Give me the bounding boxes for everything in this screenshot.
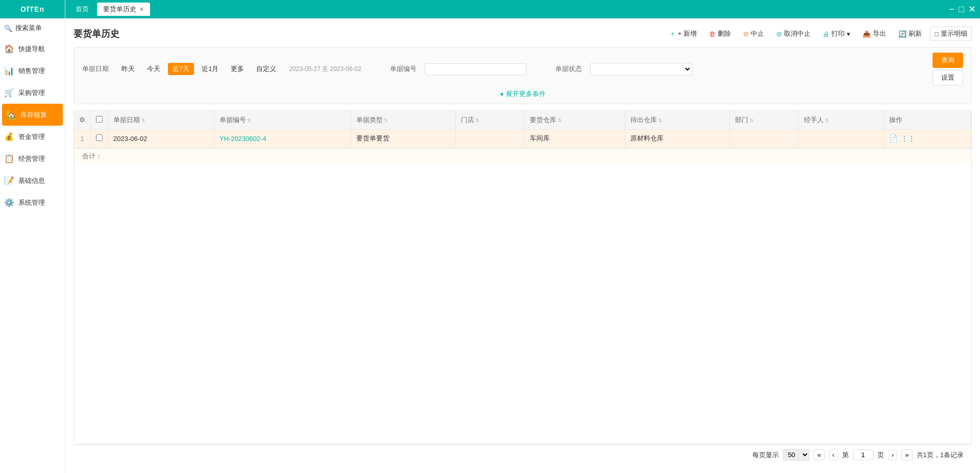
action-buttons: 查询 设置 — [933, 53, 963, 85]
table-container: ⚙ 单据日期⇅ 单据编号⇅ 单据类型⇅ — [74, 110, 972, 444]
row-handler — [799, 129, 884, 148]
sidebar-item-sales-label: 销售管理 — [18, 66, 45, 76]
table-header-row: ⚙ 单据日期⇅ 单据编号⇅ 单据类型⇅ — [74, 111, 971, 129]
sidebar-item-purchase[interactable]: 🛒 采购管理 — [0, 82, 65, 104]
prev-page-btn[interactable]: ‹ — [829, 450, 838, 460]
page-input[interactable] — [853, 450, 873, 460]
delete-button[interactable]: 🗑 删除 — [705, 27, 735, 40]
data-table: ⚙ 单据日期⇅ 单据编号⇅ 单据类型⇅ — [74, 111, 971, 148]
filter-row-1: 单据日期 昨天 今天 近7天 近1月 更多 自定义 2023-05-27 至 2… — [82, 53, 963, 85]
sidebar-item-sales[interactable]: 📊 销售管理 — [0, 60, 65, 82]
window-minimize-icon[interactable]: − — [949, 4, 955, 15]
col-settings: ⚙ — [74, 111, 91, 129]
next-page-btn[interactable]: › — [888, 450, 897, 460]
sidebar-item-finance-label: 资金管理 — [18, 132, 45, 141]
search-icon: 🔍 — [4, 25, 12, 32]
print-icon: 🖨 — [823, 30, 829, 38]
tab-requisition-history[interactable]: 要货单历史 ✕ — [97, 3, 150, 16]
window-restore-icon[interactable]: □ — [959, 4, 964, 15]
date-range-text: 2023-05-27 至 2023-06-02 — [289, 65, 361, 73]
delete-label: 删除 — [718, 29, 731, 38]
print-dropdown-icon: ▾ — [847, 30, 850, 38]
row-edit-icon[interactable]: 📄 — [889, 134, 898, 143]
tab-home[interactable]: 首页 — [69, 3, 95, 16]
expand-more-label: 展开更多条件 — [506, 89, 546, 99]
print-button[interactable]: 🖨 打印 ▾ — [819, 27, 854, 40]
page-title: 要货单历史 — [74, 28, 119, 40]
display-detail-button[interactable]: □ 显示明细 — [930, 27, 972, 41]
table-body: 1 2023-06-02 YH-20230602-4 要货单要货 车间库 原材料… — [74, 129, 971, 148]
total-info: 共1页，1条记录 — [917, 451, 964, 460]
sidebar-item-basic-info[interactable]: 📝 基础信息 — [0, 170, 65, 192]
delete-icon: 🗑 — [709, 30, 716, 38]
sidebar-item-inventory-label: 库存核算 — [20, 110, 47, 120]
row-actions: 📄 ⋮⋮ — [884, 129, 971, 148]
row-more-icon[interactable]: ⋮⋮ — [901, 134, 915, 143]
doc-number-link[interactable]: YH-20230602-4 — [219, 135, 266, 143]
sidebar-search[interactable]: 🔍 搜索菜单 — [0, 18, 65, 38]
window-close-icon[interactable]: ✕ — [968, 4, 976, 15]
status-label: 单据状态 — [555, 64, 582, 74]
settings-icon[interactable]: ⚙ — [79, 116, 85, 124]
sidebar-item-quick-nav[interactable]: 🏠 快捷导航 — [0, 38, 65, 60]
first-page-btn[interactable]: « — [814, 450, 824, 460]
expand-more-btn[interactable]: ▾ 展开更多条件 — [82, 89, 963, 99]
cancel-stop-label: 取消中止 — [784, 29, 811, 38]
table-row: 1 2023-06-02 YH-20230602-4 要货单要货 车间库 原材料… — [74, 129, 971, 148]
stop-icon: ⊘ — [743, 30, 749, 38]
sidebar-item-operations[interactable]: 📋 经营管理 — [0, 148, 65, 170]
new-label: + 新增 — [678, 29, 697, 38]
stop-button[interactable]: ⊘ 中止 — [739, 27, 768, 40]
sidebar: OfTEn 🔍 搜索菜单 🏠 快捷导航 📊 销售管理 🛒 采购管理 🏡 库存核算… — [0, 0, 65, 473]
date-btn-custom[interactable]: 自定义 — [252, 63, 281, 75]
date-btn-more[interactable]: 更多 — [226, 63, 249, 75]
content-area: 要货单历史 ＋ + 新增 🗑 删除 ⊘ 中止 ⊘ 取消中止 — [65, 18, 980, 473]
select-all-checkbox[interactable] — [96, 116, 103, 123]
sidebar-item-inventory[interactable]: 🏡 库存核算 — [2, 104, 63, 126]
refresh-button[interactable]: 🔄 刷新 — [894, 27, 926, 40]
tab-requisition-history-label: 要货单历史 — [103, 5, 136, 14]
tab-close-icon[interactable]: ✕ — [139, 6, 144, 13]
cancel-stop-icon: ⊘ — [776, 30, 782, 38]
checkbox-unchecked-icon: □ — [935, 30, 939, 38]
date-btn-yesterday[interactable]: 昨天 — [117, 63, 139, 75]
new-icon: ＋ — [669, 29, 676, 38]
chevron-down-icon: ▾ — [500, 90, 504, 98]
inventory-icon: 🏡 — [6, 110, 16, 120]
sales-icon: 📊 — [4, 66, 14, 76]
page-label: 第 — [842, 451, 849, 460]
date-btn-last7days[interactable]: 近7天 — [168, 63, 194, 75]
per-page-select[interactable]: 50 10 20 100 — [783, 449, 810, 461]
col-department: 部门⇅ — [729, 111, 799, 129]
col-req-warehouse: 要货仓库⇅ — [525, 111, 625, 129]
sidebar-item-system[interactable]: ⚙️ 系统管理 — [0, 192, 65, 214]
row-checkbox[interactable] — [96, 134, 103, 141]
export-button[interactable]: 📤 导出 — [859, 27, 890, 40]
doc-number-label: 单据编号 — [390, 64, 416, 74]
cancel-stop-button[interactable]: ⊘ 取消中止 — [772, 27, 815, 40]
status-select[interactable] — [590, 63, 692, 76]
refresh-label: 刷新 — [909, 29, 922, 38]
stop-label: 中止 — [751, 29, 764, 38]
date-range-display: 2023-05-27 至 2023-06-02 — [289, 65, 361, 74]
tab-bar: 首页 要货单历史 ✕ − □ ✕ — [65, 0, 980, 18]
page-header: 要货单历史 ＋ + 新增 🗑 删除 ⊘ 中止 ⊘ 取消中止 — [74, 27, 972, 41]
date-filter-label: 单据日期 — [82, 64, 109, 74]
export-icon: 📤 — [863, 30, 871, 38]
sidebar-item-finance[interactable]: 💰 资金管理 — [0, 126, 65, 148]
date-btn-last1month[interactable]: 近1月 — [197, 63, 223, 75]
last-page-btn[interactable]: » — [901, 450, 912, 460]
tab-bar-right: − □ ✕ — [949, 4, 976, 15]
date-btn-today[interactable]: 今天 — [142, 63, 165, 75]
settings-button[interactable]: 设置 — [933, 70, 963, 85]
col-doc-number: 单据编号⇅ — [214, 111, 351, 129]
row-req-warehouse: 车间库 — [525, 129, 625, 148]
print-label: 打印 — [831, 29, 845, 38]
export-label: 导出 — [873, 29, 886, 38]
query-button[interactable]: 查询 — [933, 53, 963, 68]
row-checkbox-cell — [91, 129, 108, 148]
doc-number-input[interactable] — [425, 63, 527, 75]
row-doc-type: 要货单要货 — [351, 129, 455, 148]
new-button[interactable]: ＋ + 新增 — [665, 27, 701, 40]
row-doc-number: YH-20230602-4 — [214, 129, 351, 148]
